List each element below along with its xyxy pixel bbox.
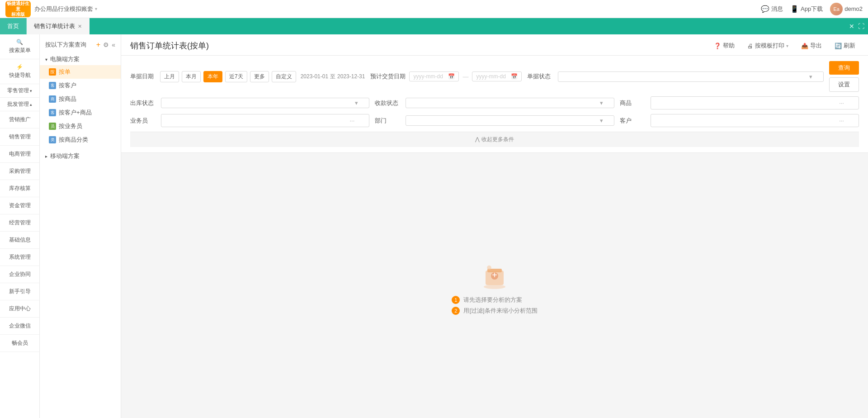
content-area: 按以下方案查询 + ⚙ « ▾ 电脑端方案 按 按单: [40, 34, 868, 418]
left-panel-tools: + ⚙ «: [96, 41, 115, 49]
refresh-btn[interactable]: 🔄 刷新: [831, 40, 859, 52]
customer-label: 客户: [620, 117, 647, 125]
tab-close-window-icon[interactable]: ✕: [849, 23, 854, 30]
scheme-item-by-goods-category[interactable]: 类 按商品分类: [40, 133, 121, 147]
tabbar: 首页 销售订单统计表 ✕ ✕ ⛶: [0, 18, 868, 34]
setting-btn[interactable]: 设置: [829, 77, 859, 92]
goods-section: 商品 ···: [620, 96, 859, 109]
svg-point-0: [484, 285, 505, 289]
sidebar-item-inventory[interactable]: 库存核算: [0, 180, 39, 197]
mobile-schemes-title[interactable]: ▸ 移动端方案: [40, 150, 121, 162]
help-btn[interactable]: ❓ 帮助: [710, 40, 738, 52]
sidebar-item-corpwechat[interactable]: 企业微信: [0, 318, 39, 335]
sidebar-item-finance[interactable]: 资金管理: [0, 197, 39, 214]
scheme-by-customer-goods-icon: 客: [49, 109, 56, 116]
scheme-item-by-salesperson[interactable]: 员 按业务员: [40, 119, 121, 133]
sidebar-item-system[interactable]: 系统管理: [0, 249, 39, 266]
sidebar-item-marketing[interactable]: 营销推广: [0, 111, 39, 128]
scheme-by-customer-icon: 客: [49, 82, 56, 89]
retail-chevron-icon: ▾: [30, 89, 32, 93]
message-btn[interactable]: 💬 消息: [761, 5, 783, 13]
tab-close-icon[interactable]: ✕: [78, 24, 82, 29]
date-btn-this-month[interactable]: 本月: [182, 71, 201, 82]
goods-label: 商品: [620, 99, 647, 107]
sales-order-stat-tab-label: 销售订单统计表: [34, 22, 75, 30]
scheme-item-by-customer[interactable]: 客 按客户: [40, 79, 121, 92]
export-btn[interactable]: 📤 导出: [797, 40, 826, 52]
payment-status-select[interactable]: ▾: [406, 98, 614, 108]
sidebar-quick-nav[interactable]: ⚡ 快捷导航: [0, 59, 39, 84]
sidebar-item-sales[interactable]: 销售管理: [0, 128, 39, 146]
status-section: 单据状态 ▾: [527, 71, 824, 82]
expected-date-end-input[interactable]: yyyy-mm-dd 📅: [472, 71, 522, 81]
sidebar-item-purchase[interactable]: 采购管理: [0, 163, 39, 180]
sidebar-item-ecommerce[interactable]: 电商管理: [0, 146, 39, 163]
tab-home[interactable]: 首页: [0, 18, 27, 34]
customer-more-icon[interactable]: ···: [835, 116, 848, 125]
payment-status-section: 收款状态 ▾: [375, 98, 614, 108]
download-icon: 📱: [790, 5, 799, 13]
salesperson-label: 业务员: [130, 117, 157, 125]
page-title: 销售订单统计表(按单): [130, 40, 209, 51]
date-btn-this-year[interactable]: 本年: [203, 71, 222, 82]
scheme-settings-btn[interactable]: ⚙: [103, 41, 109, 48]
goods-input[interactable]: ···: [651, 96, 859, 109]
filter-area: 单据日期 上月 本月 本年 近7天 更多 自定义 2023-01-01 至: [121, 56, 868, 153]
topbar: 畅捷通好生意 标准版 办公用品行业模拟账套 ▾ 💬 消息 📱 App下载 Ea …: [0, 0, 868, 18]
scheme-item-by-customer-goods[interactable]: 客 按客户+商品: [40, 106, 121, 119]
add-scheme-btn[interactable]: +: [96, 41, 100, 49]
collapse-filter-btn[interactable]: ⋀ 收起更多条件: [130, 132, 859, 147]
query-btn[interactable]: 查询: [829, 61, 859, 75]
user-profile-btn[interactable]: Ea demo2: [830, 3, 863, 15]
department-select[interactable]: ▾: [406, 115, 614, 126]
date-btn-7days[interactable]: 近7天: [225, 71, 247, 82]
sidebar-item-operations[interactable]: 经营管理: [0, 214, 39, 232]
goods-more-icon[interactable]: ···: [835, 98, 848, 108]
calendar-start-icon: 📅: [448, 73, 455, 80]
mobile-schemes-section: ▸ 移动端方案: [40, 148, 121, 164]
scheme-item-by-goods[interactable]: 商 按商品: [40, 92, 121, 106]
date-btn-custom[interactable]: 自定义: [272, 71, 296, 82]
salesperson-more-icon[interactable]: ···: [346, 116, 358, 125]
date-label: 单据日期: [130, 72, 157, 81]
sidebar-item-enterprise[interactable]: 企业协同: [0, 266, 39, 283]
refresh-icon: 🔄: [835, 43, 842, 49]
empty-tip-2: 2 用[过滤]条件来缩小分析范围: [452, 307, 537, 315]
scheme-item-by-order[interactable]: 按 按单: [40, 65, 121, 79]
date-btn-last-month[interactable]: 上月: [160, 71, 179, 82]
sidebar-item-retail[interactable]: 零售管理 ▾: [0, 84, 39, 98]
tab-maximize-icon[interactable]: ⛶: [858, 23, 864, 30]
tip-2-text: 用[过滤]条件来缩小分析范围: [463, 307, 537, 315]
topbar-right: 💬 消息 📱 App下载 Ea demo2: [761, 3, 863, 15]
department-label: 部门: [375, 117, 402, 125]
left-panel-header: 按以下方案查询 + ⚙ «: [40, 38, 121, 52]
scheme-by-salesperson-icon: 员: [49, 123, 56, 130]
tab-sales-order-stat[interactable]: 销售订单统计表 ✕: [27, 18, 90, 34]
app-title-chevron-icon: ▾: [95, 6, 97, 11]
expected-date-start-input[interactable]: yyyy-mm-dd 📅: [409, 71, 459, 81]
app-download-btn[interactable]: 📱 App下载: [790, 5, 823, 13]
sidebar-item-basic[interactable]: 基础信息: [0, 232, 39, 249]
delivery-status-section: 出库状态 ▾: [130, 98, 369, 108]
salesperson-input[interactable]: ···: [161, 114, 369, 127]
empty-tip-1: 1 请先选择要分析的方案: [452, 296, 537, 304]
sidebar-search[interactable]: 🔍 搜索菜单: [0, 34, 39, 59]
delivery-status-select[interactable]: ▾: [161, 98, 369, 108]
sidebar-item-vip[interactable]: 畅会员: [0, 335, 39, 352]
status-select[interactable]: ▾: [558, 71, 824, 82]
topbar-left: 畅捷通好生意 标准版 办公用品行业模拟账套 ▾: [5, 1, 97, 17]
content-body: 1 请先选择要分析的方案 2 用[过滤]条件来缩小分析范围: [121, 153, 868, 418]
customer-input[interactable]: ···: [651, 114, 859, 127]
collapse-panel-btn[interactable]: «: [112, 41, 115, 48]
pc-schemes-title[interactable]: ▾ 电脑端方案: [40, 53, 121, 65]
mobile-schemes-arrow-icon: ▸: [45, 154, 47, 159]
template-print-btn[interactable]: 🖨 按模板打印 ▾: [744, 40, 792, 52]
delivery-chevron-icon: ▾: [355, 100, 358, 106]
expected-date-section: 预计交货日期 yyyy-mm-dd 📅 — yyyy-mm-dd 📅: [370, 71, 522, 81]
sidebar-item-newbie[interactable]: 新手引导: [0, 283, 39, 300]
sidebar-item-appcenter[interactable]: 应用中心: [0, 300, 39, 318]
date-btn-more[interactable]: 更多: [250, 71, 269, 82]
app-title-dropdown[interactable]: 办公用品行业模拟账套 ▾: [34, 5, 97, 13]
sidebar-item-wholesale[interactable]: 批发管理 ▴: [0, 98, 39, 111]
date-range-display: 2023-01-01 至 2023-12-31: [301, 73, 365, 81]
